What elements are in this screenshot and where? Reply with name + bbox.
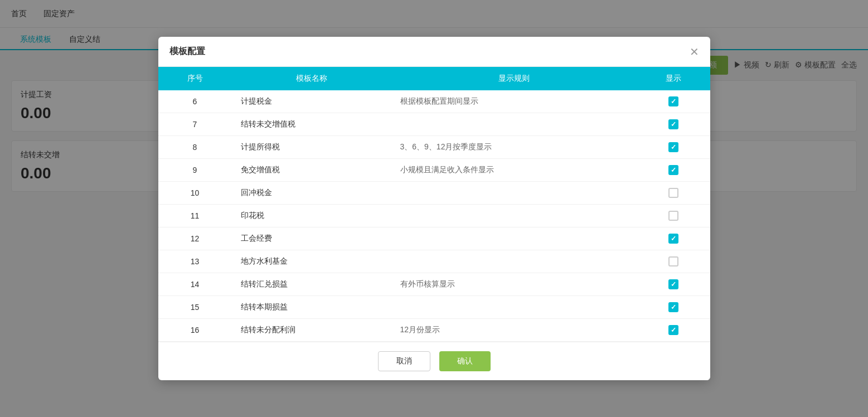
confirm-button[interactable]: 确认 (439, 351, 491, 371)
checkbox[interactable] (668, 256, 678, 266)
table-row: 12工会经费 (158, 227, 710, 250)
dialog-title: 模板配置 (169, 46, 205, 57)
row-template-name: 计提所得税 (232, 136, 391, 159)
row-display-toggle (637, 250, 710, 273)
row-index: 10 (158, 182, 232, 205)
checkbox-cell (646, 142, 701, 152)
row-index: 9 (158, 159, 232, 182)
cancel-button[interactable]: 取消 (378, 351, 430, 371)
row-display-rule (391, 182, 637, 205)
checkbox-cell (646, 279, 701, 289)
row-display-rule (391, 227, 637, 250)
table-row: 6计提税金根据模板配置期间显示 (158, 90, 710, 113)
table-row: 9免交增值税小规模且满足收入条件显示 (158, 159, 710, 182)
table-header-row: 序号 模板名称 显示规则 显示 (158, 67, 710, 90)
col-name: 模板名称 (232, 67, 391, 90)
row-display-toggle (637, 136, 710, 159)
row-display-toggle (637, 159, 710, 182)
row-index: 14 (158, 273, 232, 296)
checkbox-cell (646, 325, 701, 335)
row-index: 11 (158, 205, 232, 227)
row-index: 12 (158, 227, 232, 250)
dialog-header: 模板配置 ✕ (158, 37, 710, 67)
checkbox-cell (646, 256, 701, 266)
table-row: 13地方水利基金 (158, 250, 710, 273)
row-template-name: 回冲税金 (232, 182, 391, 205)
table-row: 14结转汇兑损益有外币核算显示 (158, 273, 710, 296)
row-display-toggle (637, 227, 710, 250)
checkbox[interactable] (668, 165, 678, 175)
row-display-rule: 根据模板配置期间显示 (391, 90, 637, 113)
template-config-dialog: 模板配置 ✕ 序号 模板名称 显示规则 显示 6计提税金根据模板配置期间显示7结… (158, 37, 710, 380)
config-table: 序号 模板名称 显示规则 显示 6计提税金根据模板配置期间显示7结转未交增值税8… (158, 67, 710, 342)
row-template-name: 免交增值税 (232, 159, 391, 182)
checkbox-cell (646, 302, 701, 312)
row-index: 6 (158, 90, 232, 113)
checkbox-cell (646, 96, 701, 106)
checkbox-cell (646, 188, 701, 198)
row-index: 7 (158, 113, 232, 136)
row-display-toggle (637, 205, 710, 227)
row-display-rule (391, 250, 637, 273)
col-display: 显示 (637, 67, 710, 90)
row-display-rule: 有外币核算显示 (391, 273, 637, 296)
dialog-close-button[interactable]: ✕ (690, 46, 699, 57)
row-template-name: 结转未分配利润 (232, 319, 391, 342)
row-display-toggle (637, 182, 710, 205)
dialog-body: 序号 模板名称 显示规则 显示 6计提税金根据模板配置期间显示7结转未交增值税8… (158, 67, 710, 342)
row-template-name: 地方水利基金 (232, 250, 391, 273)
checkbox[interactable] (668, 142, 678, 152)
checkbox[interactable] (668, 211, 678, 221)
col-rule: 显示规则 (391, 67, 637, 90)
checkbox[interactable] (668, 119, 678, 129)
row-display-rule: 12月份显示 (391, 319, 637, 342)
row-template-name: 结转本期损益 (232, 296, 391, 319)
row-template-name: 计提税金 (232, 90, 391, 113)
checkbox[interactable] (668, 234, 678, 244)
row-display-rule: 小规模且满足收入条件显示 (391, 159, 637, 182)
table-row: 15结转本期损益 (158, 296, 710, 319)
table-row: 8计提所得税3、6、9、12月按季度显示 (158, 136, 710, 159)
row-display-rule (391, 113, 637, 136)
row-index: 8 (158, 136, 232, 159)
checkbox[interactable] (668, 279, 678, 289)
checkbox-cell (646, 165, 701, 175)
row-display-toggle (637, 113, 710, 136)
row-index: 16 (158, 319, 232, 342)
row-template-name: 印花税 (232, 205, 391, 227)
row-index: 15 (158, 296, 232, 319)
table-row: 16结转未分配利润12月份显示 (158, 319, 710, 342)
checkbox-cell (646, 234, 701, 244)
row-display-rule: 3、6、9、12月按季度显示 (391, 136, 637, 159)
row-index: 13 (158, 250, 232, 273)
col-index: 序号 (158, 67, 232, 90)
table-row: 10回冲税金 (158, 182, 710, 205)
table-row: 11印花税 (158, 205, 710, 227)
row-display-toggle (637, 90, 710, 113)
checkbox[interactable] (668, 325, 678, 335)
checkbox-cell (646, 119, 701, 129)
checkbox-cell (646, 211, 701, 221)
row-template-name: 结转汇兑损益 (232, 273, 391, 296)
checkbox[interactable] (668, 302, 678, 312)
row-display-toggle (637, 296, 710, 319)
checkbox[interactable] (668, 188, 678, 198)
modal-overlay: 模板配置 ✕ 序号 模板名称 显示规则 显示 6计提税金根据模板配置期间显示7结… (0, 0, 868, 417)
row-display-toggle (637, 273, 710, 296)
row-display-toggle (637, 319, 710, 342)
table-row: 7结转未交增值税 (158, 113, 710, 136)
dialog-footer: 取消 确认 (158, 342, 710, 380)
row-template-name: 工会经费 (232, 227, 391, 250)
row-template-name: 结转未交增值税 (232, 113, 391, 136)
checkbox[interactable] (668, 96, 678, 106)
row-display-rule (391, 296, 637, 319)
row-display-rule (391, 205, 637, 227)
